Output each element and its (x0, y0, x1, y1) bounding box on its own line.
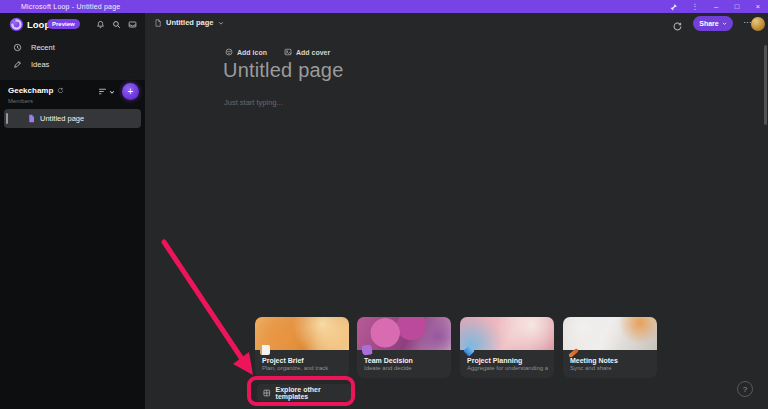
filter-sort-icon (98, 87, 107, 96)
template-thumbnail (357, 317, 451, 350)
close-button[interactable]: × (753, 0, 763, 13)
template-subtitle: Aggregate for understanding an... (467, 365, 548, 371)
template-title: Project Planning (467, 357, 554, 364)
chevron-down-icon (218, 20, 224, 26)
template-subtitle: Ideate and decide (364, 365, 445, 371)
breadcrumb-page-title: Untitled page (166, 18, 214, 27)
add-icon-label: Add icon (237, 49, 267, 56)
sidebar-item-untitled-page[interactable]: Untitled page (4, 109, 141, 128)
clock-icon (13, 43, 22, 52)
add-cover-label: Add cover (296, 49, 330, 56)
template-title: Project Brief (262, 357, 349, 364)
template-title: Team Decision (364, 357, 451, 364)
add-icon-button[interactable]: Add icon (225, 48, 267, 56)
template-card-project-brief[interactable]: Project Brief Plan, organize, and track (255, 317, 349, 378)
template-card-meeting-notes[interactable]: Meeting Notes Sync and share (563, 317, 657, 378)
catch-up-icon[interactable] (672, 18, 683, 29)
editor-placeholder[interactable]: Just start typing... (224, 98, 283, 107)
grid-icon (263, 389, 271, 397)
minimize-button[interactable]: – (711, 0, 721, 13)
template-thumbnail (255, 317, 349, 350)
chevron-down-icon (722, 21, 727, 26)
template-card-team-decision[interactable]: Team Decision Ideate and decide (357, 317, 451, 378)
page-icon (154, 19, 162, 27)
loop-app-window: Microsoft Loop - Untitled page ⋮ – □ × L… (0, 0, 768, 409)
sidebar-header: Loop Preview Recent (0, 13, 145, 80)
add-cover-button[interactable]: Add cover (284, 48, 330, 56)
share-button-label: Share (699, 20, 718, 27)
workspace-name: Geekchamp (8, 86, 53, 95)
explore-other-templates-button[interactable]: Explore other templates (257, 384, 351, 401)
template-thumbnail (563, 317, 657, 350)
sidebar-item-recent[interactable]: Recent (0, 39, 145, 56)
titlebar-menu-button[interactable]: ⋮ (690, 0, 700, 13)
template-card-project-planning[interactable]: Project Planning Aggregate for understan… (460, 317, 554, 378)
chevron-down-icon (109, 89, 115, 95)
image-icon (284, 48, 292, 56)
diamond-icon (463, 345, 474, 356)
template-subtitle: Plan, organize, and track (262, 365, 343, 371)
maximize-button[interactable]: □ (732, 0, 742, 13)
preview-badge: Preview (47, 19, 80, 29)
template-thumbnail (460, 317, 554, 350)
notebook-icon (260, 345, 270, 355)
avatar[interactable] (751, 17, 765, 31)
pin-icon[interactable] (669, 0, 679, 13)
search-icon[interactable] (112, 20, 121, 29)
notifications-bell-icon[interactable] (96, 20, 105, 29)
sort-filter-button[interactable] (98, 87, 115, 96)
sidebar-item-ideas[interactable]: Ideas (0, 56, 145, 73)
explore-button-label: Explore other templates (276, 386, 351, 400)
sync-icon (57, 87, 64, 94)
loop-logo-icon (9, 17, 24, 32)
window-title: Microsoft Loop - Untitled page (21, 3, 120, 10)
page-item-label: Untitled page (40, 114, 84, 123)
workspace-members-label: Members (8, 98, 33, 104)
page-title[interactable]: Untitled page (223, 59, 343, 82)
sidebar-item-label: Recent (31, 43, 55, 52)
help-button[interactable]: ? (737, 381, 753, 397)
main-content: Untitled page Share … Add icon (145, 13, 768, 409)
share-button[interactable]: Share (693, 16, 733, 31)
selected-indicator (6, 113, 8, 124)
template-title: Meeting Notes (570, 357, 657, 364)
smiley-icon (225, 48, 233, 56)
new-page-button[interactable]: + (122, 83, 139, 100)
sidebar-item-label: Ideas (31, 60, 49, 69)
pen-icon (13, 60, 22, 69)
window-titlebar: Microsoft Loop - Untitled page ⋮ – □ × (0, 0, 768, 13)
breadcrumb[interactable]: Untitled page (154, 18, 224, 27)
sidebar: Loop Preview Recent (0, 13, 145, 409)
workspace-section: Geekchamp Members + Untitl (0, 80, 145, 409)
vertical-scrollbar[interactable] (764, 45, 767, 125)
decision-icon (361, 344, 372, 355)
workspace-header[interactable]: Geekchamp (8, 86, 64, 95)
inbox-icon[interactable] (128, 20, 137, 29)
page-icon (27, 114, 36, 123)
template-subtitle: Sync and share (570, 365, 651, 371)
